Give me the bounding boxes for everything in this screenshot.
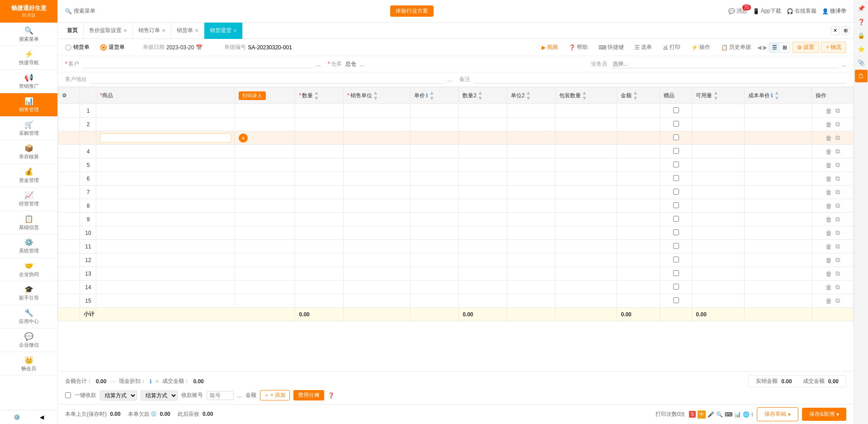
delete-btn-5[interactable]: 🗑 — [825, 161, 833, 170]
tab-0[interactable]: 首页 — [61, 23, 84, 39]
row-unit-13[interactable] — [344, 267, 410, 281]
sidebar-item-5[interactable]: 📦库存核算 — [0, 140, 57, 164]
shortcut-btn[interactable]: ⌨ 快捷键 — [594, 42, 628, 52]
row-unit2-7[interactable] — [507, 186, 556, 199]
copy-btn-14[interactable]: ⧉ — [835, 282, 841, 292]
row-qty-15[interactable] — [295, 294, 344, 308]
close-tab-button[interactable]: ✕ — [831, 26, 840, 35]
tab-3[interactable]: 销货单✕ — [171, 23, 204, 39]
row-avail-12[interactable] — [692, 253, 745, 267]
fee-help-icon[interactable]: ❓ — [328, 392, 335, 399]
row-unit2-1[interactable] — [507, 104, 556, 118]
gift-checkbox-9[interactable] — [673, 216, 679, 222]
row-unit2-9[interactable] — [507, 213, 556, 226]
row-unit-1[interactable] — [344, 104, 410, 118]
row-avail-4[interactable] — [692, 145, 745, 158]
row-unit2-10[interactable] — [507, 226, 556, 240]
row-cost-14[interactable] — [745, 281, 812, 294]
row-unit-3[interactable] — [344, 131, 410, 145]
staff-dots[interactable]: ... — [842, 61, 846, 67]
gift-checkbox-11[interactable] — [673, 243, 679, 249]
row-unit2-6[interactable] — [507, 172, 556, 186]
row-price-4[interactable] — [410, 145, 459, 158]
row-cost-10[interactable] — [745, 226, 812, 240]
delete-btn-7[interactable]: 🗑 — [825, 188, 833, 197]
sidebar-item-8[interactable]: 📋基础信息 — [0, 211, 57, 234]
gift-checkbox-4[interactable] — [673, 148, 679, 154]
copy-btn-11[interactable]: ⧉ — [835, 242, 841, 251]
sidebar-item-11[interactable]: 🎓新手引导 — [0, 281, 57, 305]
row-gift-3[interactable] — [660, 131, 692, 145]
row-qty-8[interactable] — [295, 199, 344, 213]
user-profile[interactable]: 👤 徐泽华 — [822, 7, 846, 15]
select-btn[interactable]: ☰ 选单 — [630, 42, 656, 52]
account-input[interactable] — [207, 391, 234, 400]
single-debt-question[interactable]: ⓪ — [151, 411, 156, 417]
row-qty-9[interactable] — [295, 213, 344, 226]
row-cost-9[interactable] — [745, 213, 812, 226]
product-input-3[interactable] — [100, 133, 231, 143]
row-qty2-15[interactable] — [459, 294, 507, 308]
gift-checkbox-12[interactable] — [673, 257, 679, 262]
row-avail-3[interactable] — [692, 131, 745, 145]
delete-btn-12[interactable]: 🗑 — [825, 256, 833, 265]
row-product-9[interactable] — [96, 213, 235, 226]
copy-btn-9[interactable]: ⧉ — [835, 214, 841, 224]
delete-btn-3[interactable]: 🗑 — [825, 133, 833, 143]
row-amount-14[interactable] — [617, 281, 660, 294]
row-cost-1[interactable] — [745, 104, 812, 118]
address-dots[interactable]: ... — [448, 76, 452, 83]
row-qty-6[interactable] — [295, 172, 344, 186]
row-qty2-7[interactable] — [459, 186, 507, 199]
panel-btn-3[interactable]: 🔒 — [855, 29, 868, 42]
row-qty2-14[interactable] — [459, 281, 507, 294]
row-pkg-6[interactable] — [555, 172, 617, 186]
gift-checkbox-13[interactable] — [673, 270, 679, 276]
row-unit2-5[interactable] — [507, 158, 556, 172]
row-amount-4[interactable] — [617, 145, 660, 158]
row-pkg-2[interactable] — [555, 118, 617, 131]
row-gift-10[interactable] — [660, 226, 692, 240]
chat-button[interactable]: 💬 消息 70 — [728, 7, 747, 15]
row-product-8[interactable] — [96, 199, 235, 213]
row-avail-2[interactable] — [692, 118, 745, 131]
row-product-12[interactable] — [96, 253, 235, 267]
customer-dots[interactable]: ... — [316, 61, 321, 67]
row-price-1[interactable] — [410, 104, 459, 118]
save-new-btn[interactable]: 保存&新增 ▾ — [802, 408, 846, 421]
row-amount-6[interactable] — [617, 172, 660, 186]
row-product-11[interactable] — [96, 240, 235, 253]
row-gift-9[interactable] — [660, 213, 692, 226]
row-amount-5[interactable] — [617, 158, 660, 172]
row-product-1[interactable] — [96, 104, 235, 118]
gift-checkbox-14[interactable] — [673, 284, 679, 290]
row-avail-10[interactable] — [692, 226, 745, 240]
row-qty2-13[interactable] — [459, 267, 507, 281]
add-row-btn[interactable]: + — [239, 133, 248, 143]
row-amount-7[interactable] — [617, 186, 660, 199]
th-gear[interactable]: ⚙ — [58, 87, 80, 104]
row-product-4[interactable] — [96, 145, 235, 158]
scan-input-btn[interactable]: 扫码录入 — [239, 91, 266, 100]
tab-close-4[interactable]: ✕ — [233, 28, 237, 33]
row-qty2-1[interactable] — [459, 104, 507, 118]
row-unit2-3[interactable] — [507, 131, 556, 145]
sidebar-item-6[interactable]: 💰资金管理 — [0, 164, 57, 187]
grid-view-btn[interactable]: ☰ — [769, 43, 780, 52]
fee-split-btn[interactable]: 费用分摊 — [293, 390, 324, 400]
row-amount-9[interactable] — [617, 213, 660, 226]
row-gift-7[interactable] — [660, 186, 692, 199]
sidebar-item-14[interactable]: 👑畅会员 — [0, 352, 57, 376]
row-avail-11[interactable] — [692, 240, 745, 253]
sidebar-item-3[interactable]: 📊销售管理 — [0, 93, 57, 117]
gift-checkbox-8[interactable] — [673, 202, 679, 208]
gift-checkbox-15[interactable] — [673, 297, 679, 303]
row-pkg-1[interactable] — [555, 104, 617, 118]
row-gift-2[interactable] — [660, 118, 692, 131]
sidebar-item-1[interactable]: ⚡快捷导航 — [0, 46, 57, 70]
row-qty-12[interactable] — [295, 253, 344, 267]
row-pkg-15[interactable] — [555, 294, 617, 308]
operate-btn[interactable]: ⚡ 操作 — [687, 42, 715, 52]
address-input[interactable] — [90, 75, 444, 84]
row-price-6[interactable] — [410, 172, 459, 186]
